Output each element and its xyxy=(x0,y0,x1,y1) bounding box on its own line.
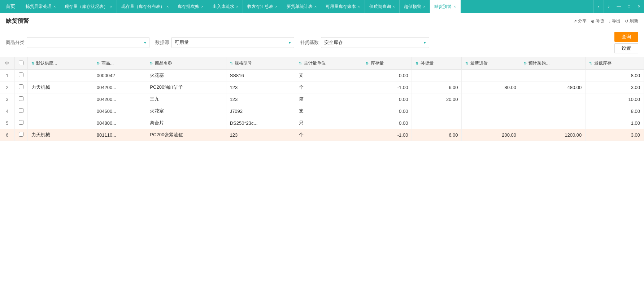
col-product-name[interactable]: ⇅ 商品名称 xyxy=(146,57,226,70)
replenish-base-arrow-icon: ▾ xyxy=(424,40,426,45)
row-checkbox[interactable] xyxy=(19,96,23,101)
tab-recv-summary[interactable]: 收发存汇总表 × xyxy=(243,0,282,13)
row-unit: 个 xyxy=(295,129,362,141)
tab-overstock-close[interactable]: × xyxy=(423,4,425,9)
header-actions: ↗ 分享 ⊕ 补货 ↓ 导出 ↺ 刷新 xyxy=(573,18,638,24)
table-header: ⚙ ⇅ 默认供应... ⇅ 商品... ⇅ 商品名称 xyxy=(0,57,644,70)
settings-button[interactable]: 设置 xyxy=(614,43,638,53)
select-all-checkbox[interactable] xyxy=(19,61,23,65)
col-checkbox[interactable] xyxy=(14,57,27,70)
tab-recv-summary-close[interactable]: × xyxy=(275,4,277,9)
nav-minimize[interactable]: — xyxy=(614,0,624,13)
tab-expiry-query[interactable]: 保质期查询 × xyxy=(365,0,400,13)
col-unit-sort: ⇅ xyxy=(299,61,302,65)
category-select[interactable]: ▾ xyxy=(27,37,149,48)
row-latest-price xyxy=(462,93,520,105)
row-num: 5 xyxy=(0,117,14,129)
tab-inout-flow-close[interactable]: × xyxy=(236,4,238,9)
table-row: 3 004200... 三九 123 箱 0.00 20.00 10.00 xyxy=(0,93,644,105)
row-product-name: PC200油缸缸子 xyxy=(146,81,226,93)
row-checkbox[interactable] xyxy=(19,84,23,89)
replenish-action[interactable]: ⊕ 补货 xyxy=(591,18,604,24)
col-latest-price[interactable]: ⇅ 最新进价 xyxy=(462,57,520,70)
col-settings[interactable]: ⚙ xyxy=(0,57,14,70)
row-checkbox[interactable] xyxy=(19,120,23,125)
tab-stock-status[interactable]: 现存量（库存状况表） × xyxy=(60,0,117,13)
tab-abnormal-close[interactable]: × xyxy=(53,4,56,9)
row-unit: 个 xyxy=(295,81,362,93)
export-label: 导出 xyxy=(612,18,621,24)
row-unit: 箱 xyxy=(295,93,362,105)
row-stock: 0.00 xyxy=(362,117,412,129)
tab-available-ledger-label: 可用量库存账本 xyxy=(326,4,356,10)
page-container: 缺货预警 ↗ 分享 ⊕ 补货 ↓ 导出 ↺ 刷新 商品分类 xyxy=(0,13,644,287)
tab-stock-dist[interactable]: 现存量（库存分布表） × xyxy=(117,0,173,13)
tab-order-stat-close[interactable]: × xyxy=(314,4,317,9)
row-product-code: 004600... xyxy=(93,105,146,117)
row-product-code: 0000042 xyxy=(93,70,146,81)
replenish-base-select[interactable]: 安全库存 ▾ xyxy=(321,37,429,48)
row-product-name: 离合片 xyxy=(146,117,226,129)
refresh-label: 刷新 xyxy=(630,18,638,24)
nav-maximize[interactable]: □ xyxy=(624,0,634,13)
row-product-code: 801110... xyxy=(93,129,146,141)
refresh-action[interactable]: ↺ 刷新 xyxy=(625,18,638,24)
row-min-stock: 3.00 xyxy=(586,81,644,93)
nav-close[interactable]: × xyxy=(634,0,644,13)
col-spec-sort: ⇅ xyxy=(230,61,233,65)
row-checkbox-cell[interactable] xyxy=(14,129,27,141)
tab-shortage-close[interactable]: × xyxy=(453,4,456,9)
col-min-stock[interactable]: ⇅ 最低库存 xyxy=(586,57,644,70)
row-supplier xyxy=(27,105,93,117)
row-replenish: 6.00 xyxy=(412,81,462,93)
export-action[interactable]: ↓ 导出 xyxy=(609,18,621,24)
tab-shortage[interactable]: 缺货预警 × xyxy=(430,0,460,13)
row-checkbox[interactable] xyxy=(19,132,23,137)
col-est-purchase[interactable]: ⇅ 预计采购... xyxy=(520,57,586,70)
row-supplier xyxy=(27,70,93,81)
row-checkbox-cell[interactable] xyxy=(14,70,27,81)
query-button[interactable]: 查询 xyxy=(614,32,638,42)
share-action[interactable]: ↗ 分享 xyxy=(573,18,587,24)
row-checkbox-cell[interactable] xyxy=(14,105,27,117)
tab-inout-flow[interactable]: 出入库流水 × xyxy=(208,0,243,13)
col-supplier[interactable]: ⇅ 默认供应... xyxy=(27,57,93,70)
row-num: 4 xyxy=(0,105,14,117)
row-min-stock: 1.00 xyxy=(586,117,644,129)
col-product-code[interactable]: ⇅ 商品... xyxy=(93,57,146,70)
datasource-select[interactable]: 可用量 ▾ xyxy=(171,37,294,48)
row-checkbox-cell[interactable] xyxy=(14,81,27,93)
tab-order-stat-label: 要货单统计表 xyxy=(287,4,313,10)
col-spec-label: 规格型号 xyxy=(235,61,252,66)
datasource-value: 可用量 xyxy=(175,39,189,46)
col-stock-label: 库存量 xyxy=(371,61,384,66)
row-checkbox[interactable] xyxy=(19,108,23,113)
tab-batch-account-close[interactable]: × xyxy=(201,4,203,9)
row-supplier: 力天机械 xyxy=(27,81,93,93)
tab-abnormal[interactable]: 拣货异常处理 × xyxy=(21,0,60,13)
filter-actions: 查询 设置 xyxy=(614,32,638,53)
col-supplier-sort: ⇅ xyxy=(31,61,34,65)
row-replenish: 20.00 xyxy=(412,93,462,105)
export-icon: ↓ xyxy=(609,19,611,24)
col-spec[interactable]: ⇅ 规格型号 xyxy=(226,57,295,70)
tab-available-ledger[interactable]: 可用量库存账本 × xyxy=(321,0,365,13)
col-stock[interactable]: ⇅ 库存量 xyxy=(362,57,412,70)
nav-arrow-right[interactable]: › xyxy=(604,0,614,13)
col-replenish[interactable]: ⇅ 补货量 xyxy=(412,57,462,70)
tab-overstock[interactable]: 超储预警 × xyxy=(400,0,430,13)
tab-available-ledger-close[interactable]: × xyxy=(358,4,360,9)
row-product-name: PC200张紧油缸 xyxy=(146,129,226,141)
gear-icon[interactable]: ⚙ xyxy=(4,61,10,66)
tab-stock-dist-close[interactable]: × xyxy=(166,4,169,9)
tab-stock-status-close[interactable]: × xyxy=(110,4,112,9)
tab-batch-account[interactable]: 库存批次账 × xyxy=(173,0,208,13)
tab-home[interactable]: 首页 xyxy=(0,0,21,13)
tab-expiry-query-close[interactable]: × xyxy=(393,4,395,9)
tab-order-stat[interactable]: 要货单统计表 × xyxy=(282,0,321,13)
row-checkbox-cell[interactable] xyxy=(14,93,27,105)
row-checkbox[interactable] xyxy=(19,72,23,77)
col-unit[interactable]: ⇅ 主计量单位 xyxy=(295,57,362,70)
nav-arrow-left[interactable]: ‹ xyxy=(593,0,604,13)
row-checkbox-cell[interactable] xyxy=(14,117,27,129)
